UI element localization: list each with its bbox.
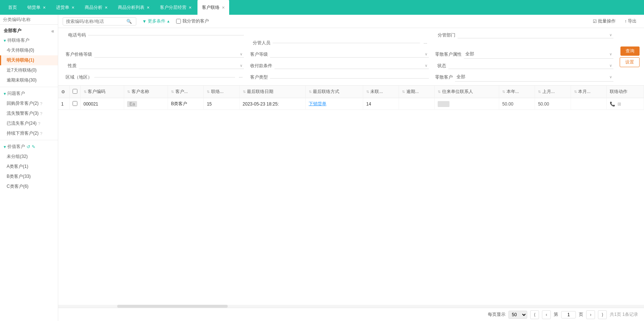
region-more-icon[interactable]: ··· xyxy=(237,75,244,80)
settings-icon[interactable]: ⚙ xyxy=(61,89,65,94)
scrollbar-thumb[interactable] xyxy=(117,305,228,308)
th-overdue[interactable]: ⇅ 逾期... xyxy=(399,86,435,98)
td-checkbox[interactable] xyxy=(69,98,80,110)
setting-button[interactable]: 设置 xyxy=(620,57,640,67)
th-name[interactable]: ⇅ 客户名称 xyxy=(124,86,168,98)
query-button[interactable]: 查询 xyxy=(620,46,640,56)
help-icon-churned[interactable]: ? xyxy=(38,121,40,126)
advanced-filter-panel: 电话号码 分管部门 ∨ 分管人员 xyxy=(58,28,644,86)
sidebar-item-ungrouped[interactable]: 未分组(32) xyxy=(0,152,58,162)
nav-purchase-order[interactable]: 进货单 ✕ xyxy=(52,0,79,15)
horizontal-scrollbar[interactable] xyxy=(58,305,644,308)
sidebar-item-churn-warning[interactable]: 流失预警客户(3) ? xyxy=(0,108,58,118)
th-this-year[interactable]: ⇅ 本年... xyxy=(499,86,535,98)
scattered-customer-chevron-icon: ∨ xyxy=(609,75,612,79)
action-phone-icon[interactable]: 📞 xyxy=(610,101,615,107)
select-all-checkbox[interactable] xyxy=(73,89,77,94)
last-method-link[interactable]: 下销货单 xyxy=(309,101,326,106)
nature-chevron-icon: ∨ xyxy=(240,63,242,68)
sidebar-item-tomorrow[interactable]: 明天待联络(1) xyxy=(0,55,58,65)
filter-search-icon[interactable]: 🔍 xyxy=(126,19,132,24)
nav-customer-contact[interactable]: 客户联络 ✕ xyxy=(197,0,229,15)
sort-icon-method: ⇅ xyxy=(309,90,312,94)
td-contact-count: 15 xyxy=(204,98,239,110)
nav-customer-tier[interactable]: 客户分层经营 ✕ xyxy=(155,0,196,15)
sidebar-item-abnormal[interactable]: 回购异常客户(2) ? xyxy=(0,99,58,108)
first-page-button[interactable]: ⟨ xyxy=(530,310,539,319)
th-code[interactable]: ⇅ 客户编码 xyxy=(80,86,124,98)
filter-search-input[interactable] xyxy=(66,19,125,24)
th-checkbox[interactable] xyxy=(69,86,80,98)
nav-product-analysis-list[interactable]: 商品分析列表 ✕ xyxy=(113,0,154,15)
table-row: 1 000021 Ea B类客户 15 2023-05-23 18:25: 下销… xyxy=(58,98,644,110)
refresh-icon[interactable]: ↺ xyxy=(27,144,30,149)
sidebar-item-today[interactable]: 今天待联络(0) xyxy=(0,45,58,55)
nav-close-sales-order[interactable]: ✕ xyxy=(43,6,46,10)
help-icon-churn-warning[interactable]: ? xyxy=(40,111,42,116)
filter-payment: 收付款条件 ∨ xyxy=(247,62,432,70)
th-this-month[interactable]: ⇅ 本月... xyxy=(571,86,606,98)
status-chevron-icon: ∨ xyxy=(609,63,612,68)
th-settings[interactable]: ⚙ xyxy=(58,86,69,98)
my-customers-filter[interactable]: 我分管的客户 xyxy=(176,18,209,24)
th-last-method[interactable]: ⇅ 最后联络方式 xyxy=(305,86,363,98)
sidebar-item-7days[interactable]: 近7天待联络(0) xyxy=(0,65,58,75)
row-checkbox[interactable] xyxy=(73,101,77,106)
td-overdue xyxy=(399,98,435,110)
value-customers-group[interactable]: 价值客户 ↺ ✎ xyxy=(0,142,58,152)
sort-icon-overdue: ⇅ xyxy=(402,90,405,94)
help-icon-abnormal[interactable]: ? xyxy=(40,101,42,106)
page-size-select[interactable]: 50 100 200 xyxy=(508,311,527,319)
nav-close-customer-contact[interactable]: ✕ xyxy=(222,6,225,10)
filter-action-buttons: 查询 设置 xyxy=(617,31,640,82)
sidebar-item-class-c[interactable]: C类客户(6) xyxy=(0,182,58,191)
th-type[interactable]: ⇅ 客户... xyxy=(168,86,204,98)
sidebar-item-overdue[interactable]: 逾期未联络(30) xyxy=(0,75,58,85)
nav-close-purchase-order[interactable]: ✕ xyxy=(71,6,74,10)
nav-close-product-analysis-list[interactable]: ✕ xyxy=(147,6,150,10)
help-icon-declining[interactable]: ? xyxy=(40,131,42,136)
content-area: 🔍 ▼ 更多条件 ▲ 我分管的客户 ☑ 批量操作 ↑ 导出 xyxy=(58,15,644,321)
more-conditions-button[interactable]: ▼ 更多条件 ▲ xyxy=(139,17,173,25)
customer-name-masked: Ea xyxy=(127,101,137,107)
sidebar-item-churned[interactable]: 已流失客户(24) ? xyxy=(0,118,58,128)
th-not-contacted[interactable]: ⇅ 未联... xyxy=(363,86,399,98)
last-page-button[interactable]: ⟩ xyxy=(598,310,607,319)
next-page-button[interactable]: › xyxy=(586,310,595,319)
filter-phone: 电话号码 xyxy=(63,31,247,39)
sidebar-item-declining[interactable]: 持续下滑客户(2) ? xyxy=(0,128,58,138)
td-last-method[interactable]: 下销货单 xyxy=(305,98,363,110)
td-actions: 📞 ⊞ xyxy=(606,98,644,110)
my-customers-checkbox[interactable] xyxy=(176,19,181,24)
filter-price-level: 客户价格等级 ∨ xyxy=(63,50,247,58)
th-contact-person[interactable]: ⇅ 往来单位联系人 xyxy=(435,86,499,98)
pending-customers-group[interactable]: 待联络客户 xyxy=(0,35,58,45)
page-number-input[interactable] xyxy=(561,311,576,318)
nav-sales-order[interactable]: 销货单 ✕ xyxy=(23,0,50,15)
td-last-month: 50.00 xyxy=(535,98,571,110)
manager-more-icon[interactable]: ··· xyxy=(422,41,429,46)
td-last-date: 2023-05-23 18:25: xyxy=(239,98,305,110)
chevron-up-icon: ▲ xyxy=(167,19,170,23)
problem-customers-group[interactable]: 问题客户 xyxy=(0,89,58,99)
sort-icon-name: ⇅ xyxy=(127,90,130,94)
batch-operation-button[interactable]: ☑ 批量操作 xyxy=(590,17,619,25)
sidebar-search-input[interactable] xyxy=(3,17,58,22)
th-last-date[interactable]: ⇅ 最后联络日期 xyxy=(239,86,305,98)
prev-page-button[interactable]: ‹ xyxy=(542,310,551,319)
sidebar-item-class-b[interactable]: B类客户(33) xyxy=(0,172,58,182)
th-last-month[interactable]: ⇅ 上月... xyxy=(535,86,571,98)
th-contact-count[interactable]: ⇅ 联络... xyxy=(204,86,239,98)
nav-close-customer-tier[interactable]: ✕ xyxy=(189,6,192,10)
sidebar-item-class-a[interactable]: A类客户(1) xyxy=(0,162,58,172)
sort-icon-this-month: ⇅ xyxy=(574,90,577,94)
nav-close-product-analysis[interactable]: ✕ xyxy=(105,6,108,10)
filter-region: 区域（地区） ··· xyxy=(63,73,247,81)
nav-home[interactable]: 首页 xyxy=(4,0,21,15)
nav-product-analysis[interactable]: 商品分析 ✕ xyxy=(80,0,112,15)
td-not-contacted: 14 xyxy=(363,98,399,110)
edit-icon[interactable]: ✎ xyxy=(32,144,35,149)
export-button[interactable]: ↑ 导出 xyxy=(622,17,640,25)
collapse-icon[interactable]: « xyxy=(51,28,54,34)
action-more-icon[interactable]: ⊞ xyxy=(617,101,621,107)
